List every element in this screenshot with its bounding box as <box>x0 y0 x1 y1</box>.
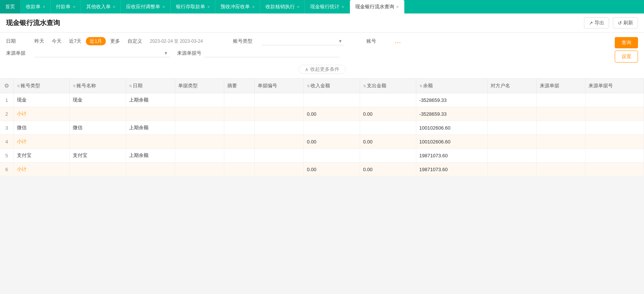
account-name-cell <box>70 163 126 176</box>
account-type-cell: 现金 <box>14 93 70 107</box>
chevron-up-icon: ∧ <box>305 67 309 72</box>
account-type-cell: 小计 <box>14 135 70 149</box>
doc-no-cell <box>255 163 304 176</box>
col-account-name[interactable]: ⇅账号名称 <box>70 79 126 93</box>
table-header-row: ⚙ ⇅账号类型 ⇅账号名称 ⇅日期 单据类型 摘要 单据编号 ⇅收入金额 <box>0 79 644 93</box>
account-type-cell: 小计 <box>14 163 70 176</box>
nav-item-collection-exec[interactable]: 收款核销执行 × <box>260 0 305 13</box>
date-cell: 上期余额 <box>126 149 175 163</box>
source-doc-cell <box>536 121 585 135</box>
nav-item-adjustment[interactable]: 应收应付调整单 × <box>121 0 170 13</box>
row-number: 6 <box>0 163 14 176</box>
income-cell <box>304 93 360 107</box>
col-income[interactable]: ⇅收入金额 <box>304 79 360 93</box>
source-doc-no-cell <box>585 121 644 135</box>
table-row: 1现金现金上期余额-3528659.33 <box>0 93 644 107</box>
doc-no-cell <box>255 135 304 149</box>
source-doc-no-label: 来源单据号 <box>177 50 201 57</box>
close-icon[interactable]: × <box>252 4 254 9</box>
header-actions: ↗ 导出 ↺ 刷新 <box>584 17 638 28</box>
page-header: 现金银行流水查询 ↗ 导出 ↺ 刷新 <box>0 13 644 33</box>
close-icon[interactable]: × <box>43 4 45 9</box>
counterpart-cell <box>487 135 536 149</box>
nav-item-receipt[interactable]: 收款单 × <box>21 0 51 13</box>
date-btn-1month[interactable]: 近1月 <box>86 37 106 45</box>
filter-row-source: 来源单据 ▾ 来源单据号 <box>6 49 607 57</box>
source-doc-no-cell <box>585 107 644 121</box>
nav-item-home[interactable]: 首页 <box>0 0 21 13</box>
date-cell <box>126 107 175 121</box>
account-name-cell: 现金 <box>70 93 126 107</box>
close-icon[interactable]: × <box>396 4 399 9</box>
account-dots-btn[interactable]: ... <box>395 39 401 44</box>
counterpart-cell <box>487 107 536 121</box>
nav-item-other-income[interactable]: 其他收入单 × <box>81 0 121 13</box>
filter-area: 日期 昨天 今天 近7天 近1月 更多 自定义 2023-02-24 至 202… <box>0 33 644 79</box>
summary-cell <box>224 163 255 176</box>
source-doc-cell <box>536 107 585 121</box>
sort-icon: ⇅ <box>419 84 422 88</box>
col-account-type[interactable]: ⇅账号类型 <box>14 79 70 93</box>
account-type-cell: 微信 <box>14 121 70 135</box>
col-balance[interactable]: ⇅余额 <box>416 79 487 93</box>
account-type-select[interactable]: ▾ <box>261 37 344 45</box>
top-nav: 首页 收款单 × 付款单 × 其他收入单 × 应收应付调整单 × 银行存取款单 … <box>0 0 644 13</box>
nav-item-bank-flow[interactable]: 现金银行流水查询 × <box>350 0 404 13</box>
nav-item-bank-deposit[interactable]: 银行存取款单 × <box>171 0 215 13</box>
source-doc-no-cell <box>585 163 644 176</box>
summary-cell <box>224 121 255 135</box>
col-doc-type: 单据类型 <box>175 79 224 93</box>
nav-item-payment[interactable]: 付款单 × <box>51 0 81 13</box>
nav-item-bank-stats[interactable]: 现金银行统计 × <box>305 0 350 13</box>
income-cell: 0.00 <box>304 107 360 121</box>
counterpart-cell <box>487 93 536 107</box>
date-cell: 上期余额 <box>126 121 175 135</box>
close-icon[interactable]: × <box>207 4 210 9</box>
balance-cell: -3528659.33 <box>416 107 487 121</box>
income-cell: 0.00 <box>304 135 360 149</box>
account-type-cell: 小计 <box>14 107 70 121</box>
table-row: 6小计0.000.0019871073.60 <box>0 163 644 176</box>
date-btn-yesterday[interactable]: 昨天 <box>32 37 47 45</box>
account-type-label: 账号类型 <box>233 38 255 45</box>
col-settings: ⚙ <box>0 79 14 93</box>
col-source-doc-no: 来源单据号 <box>585 79 644 93</box>
date-btn-today[interactable]: 今天 <box>49 37 65 45</box>
col-doc-no: 单据编号 <box>255 79 304 93</box>
close-icon[interactable]: × <box>73 4 75 9</box>
doc-no-cell <box>255 121 304 135</box>
gear-icon[interactable]: ⚙ <box>4 82 9 89</box>
doc-no-cell <box>255 93 304 107</box>
source-doc-select[interactable]: ▾ <box>35 49 170 57</box>
query-button[interactable]: 查询 <box>615 37 638 48</box>
close-icon[interactable]: × <box>162 4 165 9</box>
col-date[interactable]: ⇅日期 <box>126 79 175 93</box>
col-counterpart: 对方户名 <box>487 79 536 93</box>
expense-cell <box>360 121 416 135</box>
close-icon[interactable]: × <box>342 4 344 9</box>
export-button[interactable]: ↗ 导出 <box>584 17 609 28</box>
close-icon[interactable]: × <box>297 4 299 9</box>
source-doc-no-cell <box>585 93 644 107</box>
balance-cell: 100102606.60 <box>416 135 487 149</box>
summary-cell <box>224 149 255 163</box>
export-icon: ↗ <box>589 20 593 26</box>
col-expense[interactable]: ⇅支出金额 <box>360 79 416 93</box>
doc-type-cell <box>175 163 224 176</box>
table-container: ⚙ ⇅账号类型 ⇅账号名称 ⇅日期 单据类型 摘要 单据编号 ⇅收入金额 <box>0 79 644 176</box>
doc-type-cell <box>175 135 224 149</box>
settings-button[interactable]: 设置 <box>615 51 638 63</box>
date-btn-7days[interactable]: 近7天 <box>66 37 84 45</box>
close-icon[interactable]: × <box>113 4 115 9</box>
row-number: 4 <box>0 135 14 149</box>
counterpart-cell <box>487 121 536 135</box>
account-type-cell: 支付宝 <box>14 149 70 163</box>
date-btn-custom[interactable]: 自定义 <box>125 37 145 45</box>
sort-icon: ⇅ <box>17 84 20 88</box>
doc-type-cell <box>175 149 224 163</box>
refresh-button[interactable]: ↺ 刷新 <box>613 17 638 28</box>
date-btn-more[interactable]: 更多 <box>107 37 123 45</box>
nav-item-pre-collection[interactable]: 预收冲应收单 × <box>215 0 260 13</box>
source-doc-no-input[interactable] <box>204 49 339 57</box>
collapse-button[interactable]: ∧ 收起更多条件 <box>299 65 346 74</box>
